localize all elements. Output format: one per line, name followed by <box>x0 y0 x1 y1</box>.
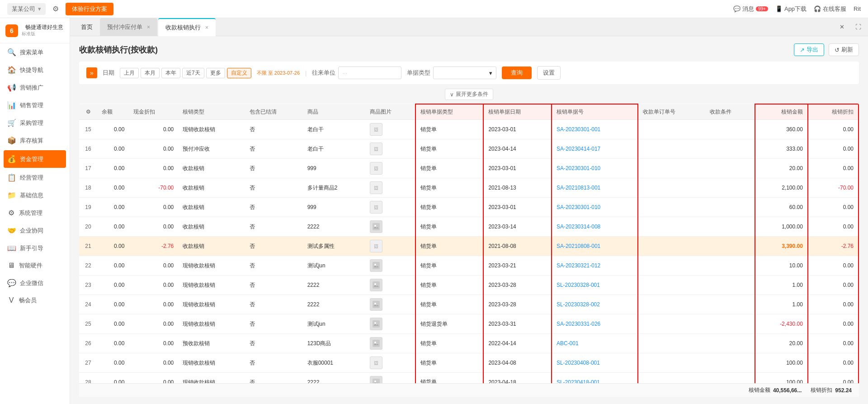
tab-prepay[interactable]: 预付冲应付单 × <box>100 18 157 36</box>
date-btn-this-year[interactable]: 本年 <box>161 68 180 78</box>
cancel-amount-cell: 20.00 <box>755 159 807 178</box>
table-row[interactable]: 16 0.00 0.00 预付冲应收 否 老白干 🖼 销货单 2023-04-1… <box>79 139 859 159</box>
cancel-bill-no-link[interactable]: SA-20230321-012 <box>557 262 600 269</box>
cancel-amount-cell: 333.00 <box>755 139 807 159</box>
sidebar-item-guide[interactable]: 📖 新手引导 <box>0 239 70 257</box>
cash-discount-cell: 0.00 <box>129 120 178 139</box>
sidebar-item-collab[interactable]: 🤝 企业协同 <box>0 222 70 239</box>
table-row[interactable]: 26 0.00 0.00 预收款核销 否 123D商品 销货单 2022-04-… <box>79 334 859 353</box>
single-type-select[interactable]: ▾ <box>433 67 496 79</box>
cancel-bill-no-cell[interactable]: SA-20230301-010 <box>552 159 638 178</box>
table-row[interactable]: 28 0.00 0.00 现销收款核销 否 2222 销货单 2023-04-1… <box>79 373 859 384</box>
tab-prepay-close-icon[interactable]: × <box>147 24 150 30</box>
table-row[interactable]: 27 0.00 0.00 现销收款核销 否 衣服00001 🖼 销货单 2023… <box>79 353 859 373</box>
from-unit-input[interactable]: ··· <box>338 67 401 79</box>
settings-icon[interactable]: ⚙ <box>49 3 62 15</box>
cancel-bill-no-cell[interactable]: SA-20230414-017 <box>552 139 638 159</box>
cancel-discount-cell: 0.00 <box>808 217 859 237</box>
cancel-bill-no-cell[interactable]: SA-20230331-026 <box>552 314 638 334</box>
cancel-bill-no-cell[interactable]: SA-20230314-008 <box>552 217 638 237</box>
service-btn[interactable]: 🎧 在线客服 <box>814 5 846 13</box>
sidebar-item-operation[interactable]: 📋 经营管理 <box>0 169 70 186</box>
cancel-bill-no-cell[interactable]: SA-20230321-012 <box>552 256 638 276</box>
cancel-bill-no-cell[interactable]: SA-20230301-001 <box>552 120 638 139</box>
table-row[interactable]: 22 0.00 0.00 现销收款核销 否 测试jun 销货单 2023-03-… <box>79 256 859 276</box>
table-row[interactable]: 18 0.00 -70.00 收款核销 否 多计量商品2 🖼 销货单 2021-… <box>79 178 859 198</box>
sidebar-item-finance[interactable]: 💰 资金管理 <box>4 150 66 168</box>
top-bar-right: 💬 消息 99+ 📱 App下载 🎧 在线客服 Rit <box>733 5 861 13</box>
date-btn-custom[interactable]: 自定义 <box>227 68 251 78</box>
col-settings-header[interactable]: ⚙ <box>79 104 97 120</box>
tab-home[interactable]: 首页 <box>74 18 100 36</box>
sidebar-item-quicknav[interactable]: 🏠 快捷导航 <box>0 61 70 79</box>
include-settled-cell: 否 <box>245 373 303 384</box>
cancel-bill-no-link[interactable]: SA-20230301-001 <box>557 126 600 133</box>
table-row[interactable]: 15 0.00 0.00 现销收款核销 否 老白干 🖼 销货单 2023-03-… <box>79 120 859 139</box>
table-row[interactable]: 25 0.00 0.00 现销收款核销 否 测试jun 销货退货单 2023-0… <box>79 314 859 334</box>
company-selector[interactable]: 某某公司 ▾ <box>7 3 46 15</box>
window-close-icon[interactable]: ✕ <box>835 21 848 33</box>
table-row[interactable]: 20 0.00 0.00 收款核销 否 2222 销货单 2023-03-14 … <box>79 217 859 237</box>
include-settled-cell: 否 <box>245 314 303 334</box>
user-profile[interactable]: Rit <box>854 5 861 12</box>
filter-expand-button[interactable]: » <box>86 67 97 78</box>
cancel-bill-no-link[interactable]: SA-20230301-010 <box>557 204 600 210</box>
settings-button[interactable]: 设置 <box>537 66 561 80</box>
cancel-bill-no-cell[interactable]: SL-20230328-002 <box>552 295 638 314</box>
date-btn-7days[interactable]: 近7天 <box>182 68 204 78</box>
table-row[interactable]: 24 0.00 0.00 现销收款核销 否 2222 销货单 2023-03-2… <box>79 295 859 314</box>
cancel-bill-no-cell[interactable]: SA-20210808-001 <box>552 237 638 256</box>
date-btn-more[interactable]: 更多 <box>206 68 225 78</box>
table-scroll[interactable]: ⚙ 余额 现金折扣 核销类型 包含已结清 商品 商品图片 核销单据类型 核销单据… <box>79 104 859 383</box>
table-row[interactable]: 17 0.00 0.00 收款核销 否 999 🖼 销货单 2023-03-01… <box>79 159 859 178</box>
cancel-bill-no-link[interactable]: SA-20230414-017 <box>557 146 600 152</box>
product-img-cell <box>365 373 415 384</box>
refresh-button[interactable]: ↺ 刷新 <box>829 43 859 56</box>
row-num: 17 <box>79 159 97 178</box>
cancel-bill-no-link[interactable]: SA-20210813-001 <box>557 185 600 191</box>
cancel-bill-no-link[interactable]: SA-20230314-008 <box>557 223 600 230</box>
cancel-bill-no-cell[interactable]: SA-20230301-010 <box>552 198 638 217</box>
table-row[interactable]: 19 0.00 0.00 收款核销 否 999 🖼 销货单 2023-03-01… <box>79 198 859 217</box>
app-download-btn[interactable]: 📱 App下载 <box>775 5 807 13</box>
cancel-bill-no-link[interactable]: ABC-001 <box>557 340 579 347</box>
cancel-bill-no-link[interactable]: SL-20230328-002 <box>557 301 600 308</box>
cancel-bill-no-link[interactable]: SL-20230408-001 <box>557 360 600 366</box>
table-row[interactable]: 21 0.00 -2.76 收款核销 否 测试多属性 🖼 销货单 2021-08… <box>79 237 859 256</box>
sidebar-item-label: 搜索菜单 <box>20 48 43 57</box>
cancel-bill-no-cell[interactable]: SL-20230418-001 <box>552 373 638 384</box>
sidebar-item-marketing[interactable]: 📢 营销推广 <box>0 79 70 96</box>
date-btn-last-month[interactable]: 上月 <box>120 68 139 78</box>
query-button[interactable]: 查询 <box>502 67 532 79</box>
sidebar-item-hardware[interactable]: 🖥 智能硬件 <box>0 257 70 274</box>
tab-collection-close-icon[interactable]: × <box>205 24 208 31</box>
sidebar-item-search[interactable]: 🔍 搜索菜单 <box>0 43 70 61</box>
cancel-bill-no-cell[interactable]: SL-20230328-001 <box>552 276 638 295</box>
sidebar-item-wechat[interactable]: 💬 企业微信 <box>0 274 70 292</box>
product-cell: 999 <box>303 198 366 217</box>
date-btn-this-month[interactable]: 本月 <box>141 68 160 78</box>
col-cancel-type-header: 核销类型 <box>178 104 245 120</box>
cancel-bill-no-link[interactable]: SA-20230301-010 <box>557 165 600 171</box>
sidebar-item-inventory[interactable]: 📦 库存核算 <box>0 132 70 149</box>
row-num: 23 <box>79 276 97 295</box>
cancel-bill-no-cell[interactable]: SA-20210813-001 <box>552 178 638 198</box>
table-row[interactable]: 23 0.00 0.00 现销收款核销 否 2222 销货单 2023-03-2… <box>79 276 859 295</box>
expand-more-btn[interactable]: ∨ 展开更多条件 <box>445 89 493 100</box>
sidebar-item-member[interactable]: V 畅会员 <box>0 292 70 309</box>
cancel-bill-no-link[interactable]: SA-20230331-026 <box>557 321 600 327</box>
cancel-bill-no-link[interactable]: SA-20210808-001 <box>557 243 600 249</box>
industry-btn[interactable]: 体验行业方案 <box>66 3 113 15</box>
window-expand-icon[interactable]: ⛶ <box>852 21 864 33</box>
sidebar-item-system[interactable]: ⚙ 系统管理 <box>0 204 70 222</box>
sidebar-item-purchase[interactable]: 🛒 采购管理 <box>0 114 70 132</box>
tab-collection[interactable]: 收款核销执行 × <box>158 18 216 36</box>
sidebar-item-basic[interactable]: 📁 基础信息 <box>0 186 70 204</box>
cancel-bill-no-link[interactable]: SL-20230328-001 <box>557 282 600 288</box>
cancel-bill-no-cell[interactable]: SL-20230408-001 <box>552 353 638 373</box>
export-button[interactable]: ↗ 导出 <box>794 43 824 56</box>
sidebar-item-sales[interactable]: 📊 销售管理 <box>0 96 70 114</box>
cancel-bill-no-cell[interactable]: ABC-001 <box>552 334 638 353</box>
cancel-bill-no-link[interactable]: SL-20230418-001 <box>557 379 600 383</box>
message-btn[interactable]: 💬 消息 99+ <box>733 5 768 13</box>
